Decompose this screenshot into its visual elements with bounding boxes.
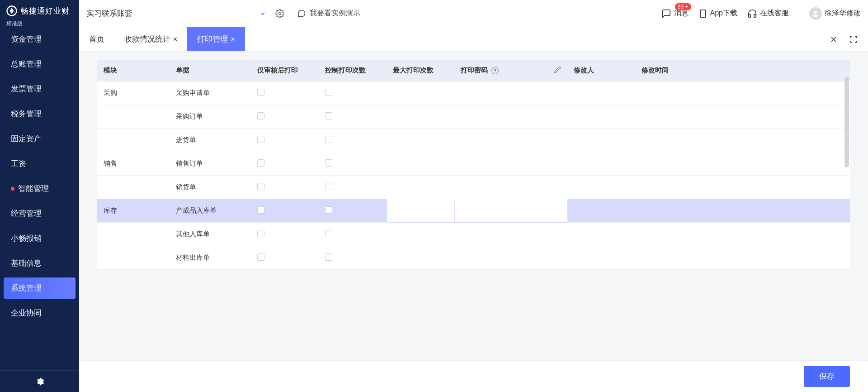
scrollbar[interactable] bbox=[844, 77, 849, 167]
save-button[interactable]: 保存 bbox=[804, 366, 850, 387]
sidebar-settings[interactable] bbox=[0, 370, 79, 392]
checkbox-control[interactable] bbox=[325, 89, 332, 96]
cell-max-count bbox=[387, 129, 454, 152]
checkbox-control[interactable] bbox=[325, 183, 332, 190]
brand-logo: 畅捷通好业财 bbox=[0, 0, 79, 19]
cell-control-count bbox=[319, 81, 387, 105]
sidebar-item-label: 企业协同 bbox=[11, 308, 42, 318]
cell-audit-only bbox=[251, 223, 319, 246]
edit-icon[interactable] bbox=[554, 66, 561, 73]
message-icon bbox=[661, 9, 671, 19]
cell-max-count bbox=[387, 246, 454, 270]
table-row[interactable]: 其他入库单 bbox=[97, 223, 850, 246]
cell-audit-only bbox=[251, 129, 319, 152]
cell-module bbox=[97, 129, 170, 152]
cell-module: 采购 bbox=[97, 81, 170, 105]
sidebar-item-1[interactable]: 总账管理 bbox=[0, 52, 79, 76]
checkbox-audit[interactable] bbox=[257, 253, 264, 261]
brand-edition: 标准版 bbox=[0, 20, 79, 28]
checkbox-control[interactable] bbox=[325, 230, 332, 237]
cell-password[interactable] bbox=[454, 199, 567, 223]
table-row[interactable]: 销货单 bbox=[97, 176, 850, 199]
cell-audit-only bbox=[251, 176, 319, 199]
checkbox-audit[interactable] bbox=[257, 89, 264, 96]
checkbox-control[interactable] bbox=[325, 159, 332, 167]
cell-max-count[interactable] bbox=[387, 199, 454, 223]
chevron-down-icon bbox=[259, 10, 266, 17]
checkbox-audit[interactable] bbox=[257, 136, 264, 143]
sidebar-item-6[interactable]: 智能管理 bbox=[0, 176, 79, 201]
sidebar-item-4[interactable]: 固定资产 bbox=[0, 126, 79, 151]
cell-max-count bbox=[387, 223, 454, 246]
sidebar-item-label: 总账管理 bbox=[11, 59, 42, 69]
cell-control-count bbox=[319, 246, 387, 270]
cell-password bbox=[454, 176, 567, 199]
sidebar-item-0[interactable]: 资金管理 bbox=[0, 31, 79, 52]
checkbox-audit[interactable] bbox=[257, 112, 264, 120]
sidebar-item-11[interactable]: 企业协同 bbox=[0, 301, 79, 325]
app-download-label: App下载 bbox=[710, 9, 737, 18]
demo-link-label: 我要看实例演示 bbox=[310, 9, 360, 18]
cell-module: 库存 bbox=[97, 199, 170, 223]
tab-1[interactable]: 收款情况统计× bbox=[114, 27, 187, 51]
messages-button[interactable]: 消息 99 + bbox=[661, 9, 689, 19]
cell-password bbox=[454, 81, 567, 105]
header-settings-button[interactable] bbox=[275, 9, 284, 18]
cell-modified-time bbox=[635, 129, 850, 152]
username-label: 徐泽华修改 bbox=[825, 9, 861, 18]
online-service-button[interactable]: 在线客服 bbox=[747, 9, 789, 19]
svg-point-1 bbox=[279, 12, 281, 14]
user-menu[interactable]: 徐泽华修改 bbox=[809, 7, 861, 20]
tab-0[interactable]: 首页 bbox=[79, 27, 114, 51]
table-row[interactable]: 库存产成品入库单 bbox=[97, 199, 850, 223]
close-icon[interactable]: × bbox=[173, 35, 177, 43]
table-row[interactable]: 材料出库单 bbox=[97, 246, 850, 270]
sidebar-item-10[interactable]: 系统管理 bbox=[4, 277, 75, 299]
checkbox-control[interactable] bbox=[325, 253, 332, 261]
cell-audit-only bbox=[251, 199, 319, 223]
help-icon[interactable]: ? bbox=[491, 67, 499, 74]
sidebar-item-label: 小畅报销 bbox=[11, 233, 42, 244]
header-divider bbox=[799, 8, 799, 19]
checkbox-audit[interactable] bbox=[257, 230, 264, 237]
brand-icon bbox=[5, 5, 18, 17]
sidebar-item-7[interactable]: 经营管理 bbox=[0, 201, 79, 226]
demo-link[interactable]: 我要看实例演示 bbox=[297, 9, 360, 18]
sidebar-item-5[interactable]: 工资 bbox=[0, 151, 79, 176]
account-set-select[interactable]: 实习联系账套 bbox=[86, 8, 266, 19]
checkbox-audit[interactable] bbox=[257, 206, 264, 214]
checkbox-control[interactable] bbox=[325, 206, 332, 214]
sidebar-item-8[interactable]: 小畅报销 bbox=[0, 226, 79, 251]
sidebar-item-9[interactable]: 基础信息 bbox=[0, 251, 79, 276]
checkbox-control[interactable] bbox=[325, 136, 332, 143]
table-row[interactable]: 进货单 bbox=[97, 129, 850, 152]
avatar-icon bbox=[809, 7, 822, 20]
cell-password bbox=[454, 105, 567, 129]
sidebar-item-3[interactable]: 税务管理 bbox=[0, 101, 79, 126]
close-icon[interactable]: × bbox=[231, 35, 235, 43]
tab-2[interactable]: 打印管理× bbox=[187, 27, 245, 51]
cell-audit-only bbox=[251, 81, 319, 105]
cell-modified-by bbox=[567, 223, 635, 246]
th-modified-time: 修改时间 bbox=[635, 60, 850, 81]
cell-modified-time bbox=[635, 176, 850, 199]
checkbox-control[interactable] bbox=[325, 112, 332, 120]
fullscreen-button[interactable] bbox=[845, 31, 862, 48]
cell-module bbox=[97, 105, 170, 129]
th-max-count: 最大打印次数 bbox=[387, 60, 454, 81]
th-modified-by: 修改人 bbox=[567, 60, 635, 81]
checkbox-audit[interactable] bbox=[257, 183, 264, 190]
table-row[interactable]: 销售销售订单 bbox=[97, 152, 850, 176]
cell-control-count bbox=[319, 152, 387, 176]
speech-icon bbox=[297, 9, 306, 18]
cell-control-count bbox=[319, 223, 387, 246]
app-download-button[interactable]: App下载 bbox=[698, 9, 737, 18]
cell-audit-only bbox=[251, 152, 319, 176]
table-row[interactable]: 采购采购申请单 bbox=[97, 81, 850, 105]
checkbox-audit[interactable] bbox=[257, 159, 264, 167]
account-set-label: 实习联系账套 bbox=[86, 8, 132, 19]
sidebar-nav: 资金管理总账管理发票管理税务管理固定资产工资智能管理经营管理小畅报销基础信息系统… bbox=[0, 31, 79, 370]
sidebar-item-2[interactable]: 发票管理 bbox=[0, 76, 79, 101]
table-row[interactable]: 采购订单 bbox=[97, 105, 850, 129]
close-all-tabs-button[interactable] bbox=[823, 31, 839, 48]
